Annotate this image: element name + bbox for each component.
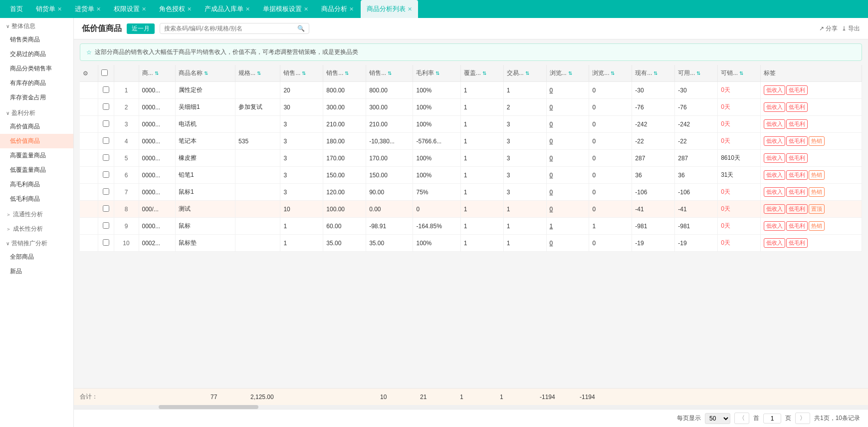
sidebar-section-growth[interactable]: ＞ 成长性分析 xyxy=(0,221,73,235)
row-view1-link[interactable]: 0 xyxy=(550,104,553,111)
row-stock: 36 xyxy=(632,167,675,184)
filter-button[interactable]: 近一月 xyxy=(127,23,155,34)
col-view1[interactable]: 浏览...⇅ xyxy=(546,65,589,82)
row-checkbox-8[interactable] xyxy=(103,222,109,229)
sidebar-item-high-coverage[interactable]: 高覆盖量商品 xyxy=(0,148,73,163)
row-checkbox-3[interactable] xyxy=(103,137,109,144)
col-sale1[interactable]: 销售...⇅ xyxy=(280,65,323,82)
sidebar-item-low-value[interactable]: 低价值商品 xyxy=(0,134,73,148)
per-page-label: 每页显示 xyxy=(677,414,701,423)
row-checkbox-9[interactable] xyxy=(103,239,109,246)
row-checkbox-1[interactable] xyxy=(103,103,109,110)
sidebar-item-sales-category[interactable]: 销售类商品 xyxy=(0,32,73,47)
sidebar-item-low-margin[interactable]: 低毛利商品 xyxy=(0,192,73,206)
row-checkbox-6[interactable] xyxy=(103,188,109,195)
sidebar-section-flow[interactable]: ＞ 流通性分析 xyxy=(0,206,73,221)
nav-product-entry[interactable]: 产成品入库单 ✕ xyxy=(199,0,256,18)
nav-role-close[interactable]: ✕ xyxy=(187,6,192,12)
select-all-checkbox[interactable] xyxy=(101,69,108,76)
col-spec[interactable]: 规格...⇅ xyxy=(235,65,280,82)
col-view2[interactable]: 浏览...⇅ xyxy=(589,65,632,82)
row-view1-link[interactable]: 0 xyxy=(550,138,553,145)
row-view1-link[interactable]: 0 xyxy=(550,121,553,128)
sidebar-item-all-products[interactable]: 全部商品 xyxy=(0,250,73,264)
row-view1-link[interactable]: 0 xyxy=(550,240,553,247)
nav-list-close[interactable]: ✕ xyxy=(408,6,412,12)
nav-purchase-close[interactable]: ✕ xyxy=(96,6,101,12)
settings-icon[interactable]: ⚙ xyxy=(83,70,88,77)
row-sale2: 300.00 xyxy=(323,99,366,116)
col-settings[interactable]: ⚙ xyxy=(80,65,98,82)
row-checkbox-5[interactable] xyxy=(103,171,109,178)
sidebar-item-high-margin[interactable]: 高毛利商品 xyxy=(0,177,73,192)
row-checkbox-7[interactable] xyxy=(103,205,109,212)
row-margin: -164.85% xyxy=(413,218,460,235)
share-button[interactable]: ↗ 分享 xyxy=(819,24,838,33)
nav-product-analysis[interactable]: 商品分析 ✕ xyxy=(315,0,360,18)
tag-置顶: 置顶 xyxy=(809,204,825,214)
row-checkbox-4[interactable] xyxy=(103,154,109,161)
col-coverage[interactable]: 覆盖...⇅ xyxy=(460,65,503,82)
row-view1-link[interactable]: 0 xyxy=(550,155,553,162)
sidebar-item-low-coverage[interactable]: 低覆盖量商品 xyxy=(0,163,73,177)
nav-sales[interactable]: 销货单 ✕ xyxy=(30,0,68,18)
nav-purchase[interactable]: 进货单 ✕ xyxy=(69,0,107,18)
scrollbar-thumb[interactable] xyxy=(159,405,258,409)
row-view2: 0 xyxy=(589,184,632,201)
tag-低毛利: 低毛利 xyxy=(786,204,808,214)
sidebar-item-high-value[interactable]: 高价值商品 xyxy=(0,119,73,134)
col-days[interactable]: 可销...⇅ xyxy=(718,65,761,82)
nav-permissions-close[interactable]: ✕ xyxy=(142,6,146,12)
col-avail[interactable]: 可用...⇅ xyxy=(675,65,718,82)
row-view1-link[interactable]: 1 xyxy=(550,223,553,230)
col-sale2[interactable]: 销售...⇅ xyxy=(323,65,366,82)
scrollbar-area[interactable] xyxy=(74,405,868,409)
nav-product-close[interactable]: ✕ xyxy=(245,6,250,12)
nav-home[interactable]: 首页 xyxy=(4,0,29,18)
row-trade: 1 xyxy=(503,82,546,99)
nav-template[interactable]: 单据模板设置 ✕ xyxy=(257,0,314,18)
sidebar-item-category-rate[interactable]: 商品分类销售率 xyxy=(0,61,73,76)
first-page-button[interactable]: 〈 xyxy=(734,413,749,424)
row-checkbox-2[interactable] xyxy=(103,120,109,127)
nav-product-analysis-list[interactable]: 商品分析列表 ✕ xyxy=(361,0,418,18)
col-margin[interactable]: 毛利率⇅ xyxy=(413,65,460,82)
sidebar-item-in-stock[interactable]: 有库存的商品 xyxy=(0,76,73,90)
nav-analysis-close[interactable]: ✕ xyxy=(349,6,354,12)
row-margin: -5766.6... xyxy=(413,133,460,150)
col-product-code[interactable]: 商...⇅ xyxy=(139,65,176,82)
nav-role-auth[interactable]: 角色授权 ✕ xyxy=(153,0,198,18)
nav-permissions[interactable]: 权限设置 ✕ xyxy=(108,0,152,18)
per-page-select[interactable]: 50 100 200 xyxy=(705,413,730,424)
row-view1-link[interactable]: 0 xyxy=(550,206,553,213)
tag-低收入: 低收入 xyxy=(764,153,785,163)
current-page-input[interactable] xyxy=(763,414,781,424)
tag-低收入: 低收入 xyxy=(764,119,785,129)
row-view1-link[interactable]: 0 xyxy=(550,87,553,94)
col-trade[interactable]: 交易...⇅ xyxy=(503,65,546,82)
sidebar-section-marketing[interactable]: ∨ 营销推广分析 xyxy=(0,235,73,250)
sidebar-item-traded[interactable]: 交易过的商品 xyxy=(0,47,73,61)
col-product-name[interactable]: 商品名称⇅ xyxy=(176,65,235,82)
sidebar-item-new-products[interactable]: 新品 xyxy=(0,264,73,279)
nav-template-close[interactable]: ✕ xyxy=(304,6,308,12)
sidebar-section-profit[interactable]: ∨ 盈利分析 xyxy=(0,105,73,119)
row-view1-link[interactable]: 0 xyxy=(550,189,553,196)
search-icon[interactable]: 🔍 xyxy=(297,25,305,32)
col-stock[interactable]: 现有...⇅ xyxy=(632,65,675,82)
row-view1-link[interactable]: 0 xyxy=(550,172,553,179)
search-input[interactable] xyxy=(164,25,295,32)
export-button[interactable]: ⤓ 导出 xyxy=(842,24,860,33)
row-days: 0天 xyxy=(718,201,761,218)
row-num: 3 xyxy=(114,116,139,133)
row-checkbox-cell xyxy=(98,116,114,133)
next-page-button[interactable]: 〉 xyxy=(795,413,810,424)
nav-sales-close[interactable]: ✕ xyxy=(57,6,62,12)
col-index xyxy=(114,65,139,82)
table-container[interactable]: ⚙ 商...⇅ 商品名称⇅ 规格...⇅ 销售...⇅ 销售...⇅ 销售...… xyxy=(74,65,868,388)
sidebar-item-stock-value[interactable]: 库存资金占用 xyxy=(0,90,73,105)
sidebar-section-overall[interactable]: ∨ 整体信息 xyxy=(0,18,73,32)
row-checkbox-0[interactable] xyxy=(103,86,109,93)
row-stock: -76 xyxy=(632,99,675,116)
col-sale3[interactable]: 销售...⇅ xyxy=(366,65,413,82)
